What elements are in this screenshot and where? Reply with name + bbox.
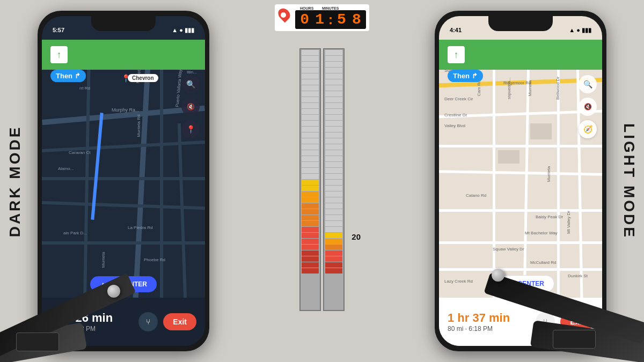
then-badge-light: Then ↱ <box>448 70 483 82</box>
recenter-button-dark[interactable]: ▲ RE-CENTER <box>90 276 157 292</box>
search-button-light[interactable]: 🔍 <box>579 75 597 93</box>
poi-label-dark: Chevron <box>128 74 158 82</box>
minutes-label: MINUTES <box>319 6 342 10</box>
compass-button-light[interactable]: 🧭 <box>579 120 597 138</box>
nav-header-dark: ↑ <box>42 40 205 70</box>
eta-details-light: 80 mi · 6:18 PM <box>448 325 510 333</box>
exit-button-light[interactable]: Exit <box>560 313 594 330</box>
exit-button-dark[interactable]: Exit <box>163 313 196 330</box>
battery-segments-left <box>301 49 320 274</box>
battery-bar-left: 43 <box>299 48 321 311</box>
battery-segments-right <box>324 49 343 274</box>
battery-bar-right: 20 <box>323 48 345 311</box>
center-section: HOURS MINUTES 0 1 : 5 8 43 <box>279 0 365 362</box>
eta-time-light: 1 hr 37 min <box>448 311 510 325</box>
timer-display: 0 1 : 5 8 <box>295 10 367 29</box>
hours-label: HOURS <box>295 6 319 10</box>
search-button-dark[interactable]: 🔍 <box>181 75 200 93</box>
notch-dark <box>91 16 156 31</box>
location-button-dark[interactable]: 📍 <box>181 120 200 138</box>
eta-time-dark: 1 hr 26 min <box>50 311 113 325</box>
timer-h1: 0 <box>297 11 312 28</box>
sound-button-dark[interactable]: 🔇 <box>181 98 200 116</box>
nav-header-light: ↑ <box>439 40 602 70</box>
timer-colon: : <box>327 11 334 28</box>
nav-arrow-light: ↑ <box>448 46 465 63</box>
battery-bar-right-fill <box>323 48 345 311</box>
battery-bar-left-fill <box>299 48 321 311</box>
timer-header: HOURS MINUTES 0 1 : 5 8 <box>275 4 370 31</box>
timer-h2: 1 <box>312 11 327 28</box>
timer-column-labels: HOURS MINUTES <box>295 6 367 10</box>
eta-details-dark: 80 mi · 7:23 PM <box>50 325 113 333</box>
poi-pin-dark: 📍 <box>121 74 130 83</box>
phone-dark: Murphy Ra... rrt Rd Caravan Ct Murrieta … <box>38 11 209 351</box>
eta-light: 1 hr 37 min 80 mi · 6:18 PM <box>448 311 510 333</box>
eta-dark: 1 hr 26 min 80 mi · 7:23 PM <box>50 311 113 333</box>
google-maps-icon <box>278 10 293 25</box>
light-mode-label: LIGHT MODE <box>620 123 638 239</box>
bottom-icons-dark: ⑂ Exit <box>138 312 196 331</box>
phone-screen-dark: Murphy Ra... rrt Rd Caravan Ct Murrieta … <box>42 16 205 346</box>
status-time-light: 4:41 <box>450 27 462 33</box>
timer-m1: 5 <box>334 11 349 28</box>
phone-light: Sunnyvale Ct Ridgemoor Rd Deer Creek Cir… <box>435 11 606 351</box>
nav-arrow-dark: ↑ <box>50 46 68 63</box>
waypoint-icon-dark[interactable]: ⑂ <box>138 312 158 331</box>
status-time-dark: 5:57 <box>53 27 64 33</box>
status-icons-light: ▲ ● ▮▮▮ <box>569 27 591 34</box>
then-badge-dark: Then ↱ <box>50 70 86 82</box>
bottom-bar-light: 1 hr 37 min 80 mi · 6:18 PM ⑂ Exit <box>439 298 602 346</box>
battery-section: 43 20 <box>299 48 345 311</box>
bottom-icons-light: ⑂ Exit <box>536 312 594 331</box>
waypoint-icon-light[interactable]: ⑂ <box>536 312 555 331</box>
battery-number-20: 20 <box>352 232 361 241</box>
phone-screen-light: Sunnyvale Ct Ridgemoor Rd Deer Creek Cir… <box>439 16 602 346</box>
timer-m2: 8 <box>349 11 364 28</box>
sound-button-light[interactable]: 🔇 <box>579 98 597 116</box>
notch-light <box>488 16 553 31</box>
dark-mode-label: DARK MODE <box>6 125 24 237</box>
recenter-button-light[interactable]: ▲ RE-CENTER <box>487 275 554 292</box>
status-icons-dark: ▲ ● ▮▮▮ <box>172 27 194 34</box>
bottom-bar-dark: 1 hr 26 min 80 mi · 7:23 PM ⑂ Exit <box>42 298 205 346</box>
timer-labels-container: HOURS MINUTES 0 1 : 5 8 <box>295 6 367 29</box>
timer-container: HOURS MINUTES 0 1 : 5 8 <box>275 4 370 31</box>
